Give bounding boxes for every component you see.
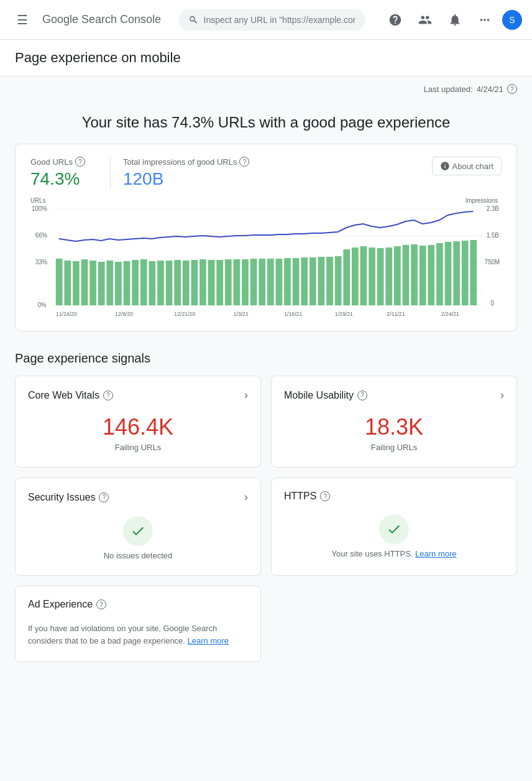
svg-rect-41 [276, 259, 283, 305]
security-issues-card: Security Issues ? › No issues detected [15, 478, 261, 576]
security-issues-arrow[interactable]: › [244, 491, 248, 504]
ad-experience-desc: If you have ad violations on your site, … [28, 622, 248, 647]
svg-text:750M: 750M [485, 259, 500, 266]
notification-icon [448, 13, 462, 27]
security-issues-header: Security Issues ? › [28, 491, 248, 504]
apps-button[interactable] [472, 7, 497, 32]
svg-rect-31 [191, 260, 198, 305]
mobile-usability-help-icon[interactable]: ? [357, 390, 367, 400]
menu-button[interactable]: ☰ [10, 7, 35, 32]
main-content: Last updated: 4/24/21 ? Your site has 74… [0, 76, 532, 677]
impressions-value: 120B [123, 169, 250, 189]
svg-rect-44 [301, 257, 308, 305]
svg-rect-33 [208, 260, 215, 305]
metric-divider [110, 157, 111, 189]
svg-rect-39 [259, 259, 265, 305]
https-check-area: Your site uses HTTPS. Learn more [284, 514, 504, 558]
last-updated-help-icon[interactable]: ? [507, 84, 517, 94]
https-card: HTTPS ? Your site uses HTTPS. Learn more [271, 478, 517, 576]
search-bar[interactable] [178, 9, 365, 30]
mobile-usability-label: Failing URLs [284, 443, 504, 452]
ad-experience-header: Ad Experience ? [28, 599, 248, 610]
signals-title: Page experience signals [15, 351, 517, 366]
svg-rect-22 [115, 262, 122, 305]
impressions-label: Total impressions of good URLs ? [123, 157, 250, 167]
https-check-circle [379, 514, 409, 544]
hero-text: Your site has 74.3% URLs with a good pag… [15, 114, 517, 131]
svg-rect-35 [225, 259, 232, 305]
impressions-help-icon[interactable]: ? [239, 157, 249, 167]
svg-rect-57 [411, 244, 418, 305]
mobile-usability-title: Mobile Usability ? [284, 390, 367, 401]
svg-rect-34 [216, 260, 223, 305]
ad-experience-help-icon[interactable]: ? [96, 599, 106, 609]
svg-rect-36 [234, 259, 241, 305]
ad-experience-learn-more-link[interactable]: Learn more [188, 636, 229, 645]
core-web-vitals-card: Core Web Vitals ? › 146.4K Failing URLs [15, 376, 261, 468]
avatar[interactable]: S [502, 10, 522, 30]
menu-icon: ☰ [17, 12, 28, 27]
last-updated-bar: Last updated: 4/24/21 ? [15, 76, 517, 99]
ad-experience-container: Ad Experience ? If you have ad violation… [15, 586, 261, 662]
svg-rect-59 [428, 245, 434, 305]
chart-metrics: Good URLs ? 74.3% Total impressions of g… [30, 157, 502, 189]
page-title-bar: Page experience on mobile [0, 40, 532, 76]
last-updated-date: 4/24/21 [477, 85, 503, 94]
page-title: Page experience on mobile [15, 50, 517, 66]
https-learn-more-link[interactable]: Learn more [415, 549, 456, 558]
svg-text:1/29/21: 1/29/21 [335, 311, 353, 317]
header-actions: S [383, 7, 522, 32]
notification-button[interactable] [443, 7, 467, 32]
svg-rect-37 [242, 259, 249, 305]
svg-rect-61 [445, 242, 452, 305]
good-urls-metric: Good URLs ? 74.3% [30, 157, 85, 189]
about-chart-button[interactable]: About chart [432, 157, 502, 175]
svg-rect-62 [453, 241, 460, 305]
svg-text:Impressions: Impressions [466, 197, 498, 204]
svg-text:2.3B: 2.3B [487, 205, 499, 212]
svg-rect-42 [284, 258, 291, 305]
core-web-vitals-value: 146.4K [28, 414, 248, 440]
signals-grid: Core Web Vitals ? › 146.4K Failing URLs … [15, 376, 517, 576]
search-input[interactable] [204, 15, 356, 25]
svg-rect-40 [267, 259, 274, 305]
user-mgmt-icon [418, 13, 432, 27]
svg-text:1.5B: 1.5B [487, 232, 499, 239]
svg-rect-19 [89, 261, 96, 305]
svg-rect-48 [335, 256, 342, 305]
good-urls-label: Good URLs ? [30, 157, 85, 167]
good-urls-help-icon[interactable]: ? [75, 157, 85, 167]
mobile-usability-value: 18.3K [284, 414, 504, 440]
svg-text:11/24/20: 11/24/20 [56, 311, 77, 317]
ad-experience-card: Ad Experience ? If you have ad violation… [15, 586, 261, 662]
svg-rect-30 [183, 261, 190, 305]
https-help-icon[interactable]: ? [320, 491, 330, 501]
help-button[interactable] [383, 7, 408, 32]
mobile-usability-header: Mobile Usability ? › [284, 389, 504, 402]
https-title: HTTPS ? [284, 491, 330, 502]
mobile-usability-arrow[interactable]: › [500, 389, 504, 402]
svg-rect-29 [174, 260, 181, 305]
svg-rect-54 [385, 247, 392, 305]
svg-rect-16 [64, 261, 71, 305]
svg-rect-53 [377, 248, 384, 305]
chart-svg: URLs Impressions 100% 66% 33% 0% 2.3B 1.… [30, 196, 502, 321]
svg-rect-60 [436, 243, 443, 305]
svg-text:1/16/21: 1/16/21 [284, 311, 302, 317]
help-icon [388, 13, 402, 27]
svg-rect-50 [352, 247, 359, 305]
svg-rect-28 [166, 261, 173, 305]
core-web-vitals-help-icon[interactable]: ? [103, 390, 113, 400]
user-mgmt-button[interactable] [413, 7, 438, 32]
svg-rect-43 [293, 258, 300, 305]
https-ok-text: Your site uses HTTPS. Learn more [331, 549, 456, 558]
svg-rect-24 [132, 260, 139, 305]
security-issues-help-icon[interactable]: ? [99, 492, 109, 502]
https-header: HTTPS ? [284, 491, 504, 502]
mobile-usability-card: Mobile Usability ? › 18.3K Failing URLs [271, 376, 517, 468]
core-web-vitals-arrow[interactable]: › [244, 389, 248, 402]
good-urls-value: 74.3% [30, 169, 85, 189]
hero-section: Your site has 74.3% URLs with a good pag… [15, 99, 517, 144]
search-icon [188, 14, 198, 25]
svg-rect-46 [318, 257, 325, 305]
